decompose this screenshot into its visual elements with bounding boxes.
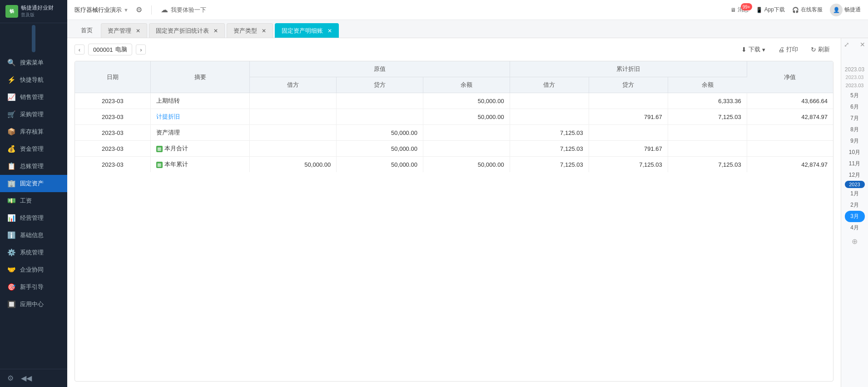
timeline-close-button[interactable]: ✕ <box>860 41 865 48</box>
timeline-item[interactable]: 7月 <box>845 113 865 124</box>
panel-nav: ‹ 000001 电脑 › ⬇ 下载 ▾ 🖨 打印 <box>74 44 833 55</box>
cell-orig-credit: 50,000.00 <box>337 141 423 157</box>
timeline-item[interactable]: 11月 <box>845 158 865 169</box>
prev-asset-button[interactable]: ‹ <box>74 45 84 55</box>
sidebar-item-guide[interactable]: 🎯 新手引导 <box>0 278 67 296</box>
tab-fixed-asset-detail[interactable]: 固定资产明细账 ✕ <box>275 23 339 38</box>
sidebar-item-label: 工资 <box>20 197 32 205</box>
cell-accum-debit <box>510 93 589 109</box>
cell-date: 2023-03 <box>75 109 150 125</box>
link-text[interactable]: 计提折旧 <box>156 113 180 120</box>
cell-date: 2023-03 <box>75 141 150 157</box>
timeline-item[interactable]: 4月 <box>845 222 865 233</box>
cell-accum-credit: 791.67 <box>589 141 668 157</box>
salary-icon: 💵 <box>7 197 15 205</box>
timeline-item[interactable]: 2023 <box>845 181 865 188</box>
cell-summary: 计提折旧 <box>150 109 250 125</box>
tab-home[interactable]: 首页 <box>74 23 99 38</box>
sales-icon: 📈 <box>7 93 15 101</box>
cell-accum-credit: 7,125.03 <box>589 157 668 173</box>
print-icon: 🖨 <box>778 46 784 53</box>
download-dropdown-icon: ▾ <box>762 46 765 53</box>
logo-text: 畅捷通好业财 普及版 <box>21 5 54 18</box>
fixed-assets-icon: 🏢 <box>7 179 15 188</box>
cell-orig-balance <box>423 141 510 157</box>
tab-close-icon[interactable]: ✕ <box>213 28 218 34</box>
inventory-icon: 📦 <box>7 128 15 136</box>
col-orig-debit: 借方 <box>250 77 337 93</box>
app-download-button[interactable]: 📱 App下载 <box>756 6 785 14</box>
sidebar-item-ledger[interactable]: 📋 总账管理 <box>0 158 67 175</box>
dropdown-arrow-icon: ▼ <box>124 7 129 13</box>
cell-net-value: 43,666.64 <box>747 93 833 109</box>
print-button[interactable]: 🖨 打印 <box>774 44 802 55</box>
basic-info-icon: ℹ️ <box>7 231 15 239</box>
timeline-item[interactable]: 1月 <box>845 188 865 199</box>
customer-service-button[interactable]: 🎧 在线客服 <box>792 6 823 14</box>
message-icon: 🖥 <box>730 7 736 13</box>
cell-orig-debit <box>250 109 337 125</box>
sidebar-item-label: 总账管理 <box>20 162 44 170</box>
sidebar-item-purchase[interactable]: 🛒 采购管理 <box>0 106 67 123</box>
sidebar-item-basic-info[interactable]: ℹ️ 基础信息 <box>0 227 67 244</box>
table-row: 2023-03 上期结转 50,000.00 6,333.36 43,666.6… <box>75 93 833 109</box>
tab-close-icon[interactable]: ✕ <box>327 28 332 34</box>
sidebar-item-label: 经营管理 <box>20 214 44 222</box>
timeline-item[interactable]: 8月 <box>845 124 865 135</box>
timeline-item[interactable]: 3月 <box>845 211 865 222</box>
divider <box>151 5 152 15</box>
cell-orig-credit: 50,000.00 <box>337 157 423 173</box>
download-button[interactable]: ⬇ 下载 ▾ <box>738 44 769 55</box>
sidebar-item-collaboration[interactable]: 🤝 企业协同 <box>0 261 67 278</box>
cell-summary: ▦本年累计 <box>150 157 250 173</box>
sidebar-item-label: 固定资产 <box>20 179 44 188</box>
cell-accum-debit: 7,125.03 <box>510 141 589 157</box>
sidebar-item-system[interactable]: ⚙️ 系统管理 <box>0 244 67 261</box>
sidebar-item-sales[interactable]: 📈 销售管理 <box>0 89 67 106</box>
message-button[interactable]: 🖥 消息 99+ <box>730 6 749 14</box>
settings-icon[interactable]: ⚙ <box>7 374 14 382</box>
tab-depreciation-stats[interactable]: 固定资产折旧统计表 ✕ <box>149 23 225 38</box>
cell-net-value <box>747 141 833 157</box>
timeline-item[interactable]: 12月 <box>845 169 865 181</box>
experience-button[interactable]: ☁ 我要体验一下 <box>161 5 206 14</box>
timeline-item[interactable]: 2023.03 <box>845 81 865 90</box>
tab-asset-type[interactable]: 资产类型 ✕ <box>227 23 273 38</box>
customer-service-icon: 🎧 <box>792 7 799 13</box>
sidebar-item-inventory[interactable]: 📦 库存核算 <box>0 123 67 140</box>
timeline-item[interactable]: 5月 <box>845 90 865 101</box>
cell-summary: 上期结转 <box>150 93 250 109</box>
sidebar-item-label: 销售管理 <box>20 93 44 101</box>
sidebar-item-operations[interactable]: 📊 经营管理 <box>0 209 67 227</box>
timeline-item[interactable]: 10月 <box>845 147 865 158</box>
settings-icon[interactable]: ⚙ <box>136 5 142 14</box>
tabbar: 首页 资产管理 ✕ 固定资产折旧统计表 ✕ 资产类型 ✕ 固定资产明细账 ✕ <box>67 20 868 38</box>
user-profile[interactable]: 👤 畅捷通 <box>830 4 861 16</box>
logo-icon: 畅 <box>5 5 18 18</box>
sidebar-item-label: 基础信息 <box>20 231 44 239</box>
asset-selector[interactable]: 000001 电脑 <box>88 44 132 55</box>
topbar-title: 医疗器械行业演示 ▼ <box>74 6 129 14</box>
timeline-panel: ✕ ⤢ 2023.03 2023.03 2023.035月6月7月8月9月10月… <box>841 38 868 387</box>
timeline-scroll-down[interactable]: ⊕ <box>852 237 858 246</box>
next-asset-button[interactable]: › <box>136 45 146 55</box>
tab-asset-management[interactable]: 资产管理 ✕ <box>101 23 147 38</box>
sidebar-item-fixed-assets[interactable]: 🏢 固定资产 <box>0 175 67 192</box>
tab-close-icon[interactable]: ✕ <box>262 28 266 34</box>
collapse-icon[interactable]: ◀◀ <box>21 374 32 382</box>
guide-icon: 🎯 <box>7 283 15 291</box>
sidebar-item-search[interactable]: 🔍 搜索菜单 <box>0 54 67 71</box>
cell-summary: ▦本月合计 <box>150 141 250 157</box>
refresh-button[interactable]: ↻ 刷新 <box>807 44 833 55</box>
sidebar-item-label: 快捷导航 <box>20 76 44 84</box>
sidebar: 畅 畅捷通好业财 普及版 🔍 搜索菜单 ⚡ 快捷导航 📈 销售管理 🛒 采购管理… <box>0 0 67 387</box>
sidebar-item-quicknav[interactable]: ⚡ 快捷导航 <box>0 71 67 89</box>
timeline-item[interactable]: 6月 <box>845 101 865 113</box>
timeline-item[interactable]: 2月 <box>845 199 865 211</box>
timeline-expand-button[interactable]: ⤢ <box>844 41 849 48</box>
sidebar-item-salary[interactable]: 💵 工资 <box>0 192 67 209</box>
tab-close-icon[interactable]: ✕ <box>136 28 140 34</box>
sidebar-item-finance[interactable]: 💰 资金管理 <box>0 140 67 158</box>
timeline-item[interactable]: 9月 <box>845 135 865 147</box>
sidebar-item-app-center[interactable]: 🔲 应用中心 <box>0 296 67 313</box>
